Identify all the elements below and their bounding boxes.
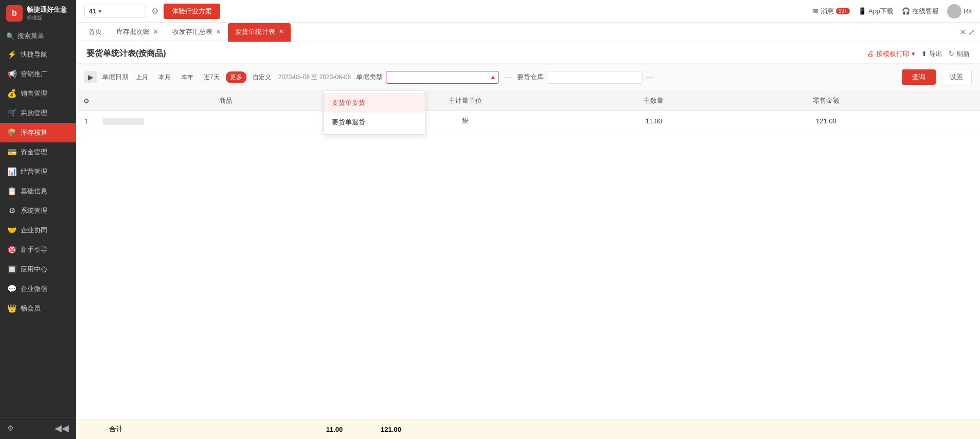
sidebar-item-inventory[interactable]: 📦 库存核算: [0, 123, 76, 142]
sidebar-item-operation[interactable]: 📊 经营管理: [0, 162, 76, 181]
sidebar-item-purchase[interactable]: 🛒 采购管理: [0, 103, 76, 123]
print-icon: 🖨: [867, 50, 874, 58]
sidebar-item-label: 快捷导航: [21, 50, 47, 59]
date-btn-custom[interactable]: 自定义: [248, 71, 275, 83]
sidebar-item-guide[interactable]: 🎯 新手引导: [0, 240, 76, 260]
sidebar-item-label: 经营管理: [21, 167, 47, 176]
dropdown-item-0[interactable]: 要货单要货: [324, 93, 425, 113]
sidebar-item-apps[interactable]: 🔲 应用中心: [0, 260, 76, 279]
col-qty: 主数量: [576, 91, 732, 111]
chevron-down-icon: ▾: [912, 50, 915, 58]
online-service-label: 在线客服: [912, 7, 939, 16]
print-button[interactable]: 🖨 按模板打印 ▾: [867, 49, 915, 59]
sidebar-item-label: 企业协同: [21, 226, 47, 235]
col-extra: [920, 91, 980, 111]
tab-home-label: 首页: [88, 27, 102, 36]
row-product: [97, 111, 355, 131]
tab-close-all-button[interactable]: ✕: [959, 27, 966, 37]
app-download-button[interactable]: 📱 App下载: [858, 7, 894, 16]
topbar-right: ✉ 消息 99+ 📱 App下载 🎧 在线客服 Rit: [813, 4, 972, 19]
sidebar-item-marketing[interactable]: 📢 营销推广: [0, 64, 76, 84]
tabs-bar: 首页 库存批次账 ✕ 收发存汇总表 ✕ 要货单统计表 ✕ ✕ ⤢: [76, 23, 980, 42]
basic-icon: 📋: [7, 187, 16, 196]
message-button[interactable]: ✉ 消息 99+: [813, 7, 850, 16]
type-filter-input[interactable]: [386, 71, 499, 84]
filter-expand-button[interactable]: ▶: [84, 71, 97, 83]
page-title: 要货单统计表(按商品): [86, 48, 166, 59]
settings-button[interactable]: 设置: [941, 69, 972, 85]
date-quick-buttons: 上月 本月 本年 近7天 更多 自定义: [132, 71, 275, 83]
sidebar-collapse-icon[interactable]: ◀◀: [55, 423, 69, 434]
user-name: Rit: [964, 7, 972, 15]
sidebar-item-label: 销售管理: [21, 89, 47, 98]
row-num: 1: [76, 111, 97, 131]
date-btn-more[interactable]: 更多: [226, 71, 246, 83]
company-count: 41: [89, 7, 96, 15]
guide-icon: 🎯: [7, 245, 16, 254]
warehouse-filter-section: 要货仓库 ···: [517, 71, 897, 84]
company-selector[interactable]: 41 ▾: [84, 5, 146, 17]
operation-icon: 📊: [7, 167, 16, 176]
tab-order-summary[interactable]: 要货单统计表 ✕: [228, 23, 291, 42]
date-btn-last-month[interactable]: 上月: [132, 71, 152, 83]
sidebar-nav: ⚡ 快捷导航 📢 营销推广 💰 销售管理 🛒 采购管理 📦 库存核算 💳 资金管…: [0, 45, 76, 417]
dropdown-item-1[interactable]: 要货单退货: [324, 113, 425, 132]
date-filter-label: 单据日期: [102, 72, 129, 82]
tab-receive-summary-label: 收发存汇总表: [172, 27, 212, 36]
col-amount: 零售金额: [732, 91, 921, 111]
logo-text: 畅捷通好生意 标准版: [27, 6, 67, 21]
sidebar-search[interactable]: 🔍 搜索菜单: [0, 27, 76, 45]
warehouse-filter-label: 要货仓库: [517, 72, 544, 82]
topbar-gear-icon[interactable]: ⚙: [151, 6, 158, 16]
warehouse-filter-more[interactable]: ···: [646, 72, 653, 83]
topbar: 41 ▾ ⚙ 体验行业方案 ✉ 消息 99+ 📱 App下载 🎧 在线客服 R: [76, 0, 980, 23]
type-filter-more[interactable]: ···: [504, 72, 512, 83]
page-header: 要货单统计表(按商品) 🖨 按模板打印 ▾ ⬆ 导出 ↻ 刷新: [76, 42, 980, 64]
sales-icon: 💰: [7, 89, 16, 98]
footer-label: 合计: [103, 425, 247, 434]
tab-inventory-batch-close[interactable]: ✕: [153, 29, 158, 35]
trial-button[interactable]: 体验行业方案: [164, 4, 220, 19]
sidebar-item-basic[interactable]: 📋 基础信息: [0, 181, 76, 201]
chevron-down-icon: ▾: [98, 7, 102, 15]
query-button[interactable]: 查询: [902, 69, 936, 85]
logo-icon: b: [6, 5, 23, 22]
tab-receive-summary-close[interactable]: ✕: [216, 29, 221, 35]
footer-amount: 121.00: [360, 426, 422, 433]
data-table-wrap: ⚙ 商品 主计量单位 主数量 零售金额 1 块: [76, 91, 980, 419]
sidebar-item-label: 新手引导: [21, 245, 47, 254]
phone-icon: 📱: [858, 7, 866, 15]
sidebar-item-sales[interactable]: 💰 销售管理: [0, 84, 76, 103]
tab-receive-summary[interactable]: 收发存汇总表 ✕: [165, 23, 228, 41]
sidebar-item-finance[interactable]: 💳 资金管理: [0, 142, 76, 162]
tab-inventory-batch-label: 库存批次账: [116, 27, 150, 36]
sidebar-item-label: 基础信息: [21, 187, 47, 196]
date-btn-this-month[interactable]: 本月: [154, 71, 175, 83]
sidebar-item-label: 畅会员: [21, 304, 41, 313]
search-icon: 🔍: [6, 32, 14, 40]
tab-home[interactable]: 首页: [81, 23, 109, 41]
export-button[interactable]: ⬆ 导出: [921, 49, 942, 59]
col-settings[interactable]: ⚙: [76, 91, 97, 111]
sidebar-item-enterprise[interactable]: 🤝 企业协同: [0, 221, 76, 240]
enterprise-icon: 🤝: [7, 226, 16, 235]
app-name: 畅捷通好生意: [27, 6, 67, 14]
sidebar-item-members[interactable]: 👑 畅会员: [0, 299, 76, 318]
sidebar-item-quick-nav[interactable]: ⚡ 快捷导航: [0, 45, 76, 64]
online-service-button[interactable]: 🎧 在线客服: [902, 7, 939, 16]
sidebar-item-system[interactable]: ⚙ 系统管理: [0, 201, 76, 221]
tab-maximize-button[interactable]: ⤢: [968, 27, 975, 37]
refresh-button[interactable]: ↻ 刷新: [949, 49, 970, 59]
date-btn-this-year[interactable]: 本年: [177, 71, 198, 83]
col-product: 商品: [97, 91, 355, 111]
date-btn-7days[interactable]: 近7天: [200, 71, 224, 83]
app-download-label: App下载: [868, 7, 894, 16]
user-avatar[interactable]: Rit: [947, 4, 972, 19]
sidebar-item-wechat[interactable]: 💬 企业微信: [0, 279, 76, 299]
apps-icon: 🔲: [7, 265, 16, 274]
tab-inventory-batch[interactable]: 库存批次账 ✕: [109, 23, 165, 41]
tab-order-summary-close[interactable]: ✕: [279, 28, 283, 35]
warehouse-filter-input[interactable]: [547, 71, 643, 84]
sidebar-item-label: 营销推广: [21, 69, 47, 79]
sidebar-settings-icon[interactable]: ⚙: [7, 424, 14, 432]
